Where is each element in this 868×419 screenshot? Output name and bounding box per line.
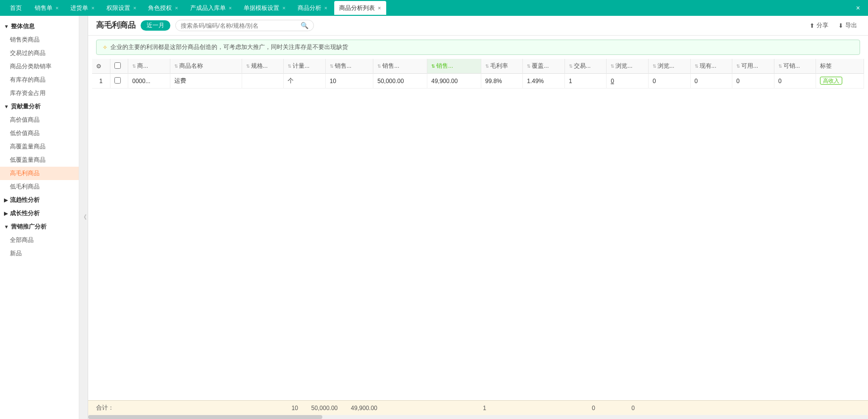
table-row: 1 0000... 运费 个 10 50,000.00 49,900.00 99… bbox=[92, 74, 864, 89]
footer-val2: 0 bbox=[599, 405, 639, 412]
search-input[interactable] bbox=[181, 22, 299, 29]
nav-tab-permissions[interactable]: 权限设置 × bbox=[102, 1, 141, 15]
footer-transactions: 1 bbox=[451, 405, 490, 412]
content-area: 高毛利商品 近一月 🔍 ⬆ 分享 ⬇ 导出 bbox=[88, 16, 868, 419]
settings-icon[interactable]: ⚙ bbox=[96, 63, 102, 70]
close-icon[interactable]: × bbox=[91, 5, 94, 11]
sidebar-item-stock-capital[interactable]: 库存资金占用 bbox=[0, 87, 79, 100]
close-icon[interactable]: × bbox=[324, 5, 327, 11]
row-code: 0000... bbox=[128, 74, 170, 89]
sidebar-item-low-margin[interactable]: 低毛利商品 bbox=[0, 180, 79, 193]
nav-tab-sales[interactable]: 销售单 × bbox=[30, 1, 63, 15]
col-browse1[interactable]: ⇅浏览... bbox=[607, 59, 649, 74]
close-icon[interactable]: × bbox=[55, 5, 58, 11]
chevron-right-icon: ▶ bbox=[4, 197, 8, 203]
row-sellable-stock: 0 bbox=[774, 74, 816, 89]
sidebar-item-category-rate[interactable]: 商品分类助销率 bbox=[0, 60, 79, 73]
browse1-link[interactable]: 0 bbox=[611, 78, 614, 85]
footer-padding1 bbox=[124, 405, 223, 412]
col-checkbox[interactable] bbox=[110, 59, 128, 74]
footer-sales-profit: 49,900.00 bbox=[342, 405, 381, 412]
sidebar-section-overall[interactable]: ▼ 整体信息 bbox=[0, 20, 79, 33]
header-actions: ⬆ 分享 ⬇ 导出 bbox=[807, 20, 860, 31]
sidebar-section-trend[interactable]: ▶ 流趋性分析 bbox=[0, 193, 79, 207]
row-tag: 高收入 bbox=[816, 74, 864, 89]
footer-padding3 bbox=[381, 405, 416, 412]
chevron-down-icon: ▼ bbox=[4, 224, 9, 230]
chevron-down-icon: ▼ bbox=[4, 24, 9, 29]
sidebar-item-new-goods[interactable]: 新品 bbox=[0, 247, 79, 260]
footer-cells: 10 50,000.00 49,900.00 1 0 0 bbox=[124, 405, 639, 412]
search-box[interactable]: 🔍 bbox=[175, 20, 314, 31]
sidebar-item-low-value[interactable]: 低价值商品 bbox=[0, 127, 79, 140]
sidebar-item-high-margin[interactable]: 高毛利商品 bbox=[0, 167, 79, 180]
close-icon[interactable]: × bbox=[175, 5, 178, 11]
horizontal-scrollbar[interactable] bbox=[88, 415, 868, 419]
row-select-checkbox[interactable] bbox=[114, 77, 121, 84]
share-icon: ⬆ bbox=[810, 22, 815, 29]
sidebar-section-marketing[interactable]: ▼ 营销推广分析 bbox=[0, 220, 79, 233]
col-sellable-stock[interactable]: ⇅可销... bbox=[774, 59, 816, 74]
col-current-stock[interactable]: ⇅现有... bbox=[690, 59, 732, 74]
sidebar-collapse-button[interactable]: 《 bbox=[79, 16, 88, 419]
filter-recent-month-button[interactable]: 近一月 bbox=[141, 20, 170, 31]
search-icon[interactable]: 🔍 bbox=[301, 22, 308, 29]
nav-tab-template[interactable]: 单据模板设置 × bbox=[239, 1, 290, 15]
sidebar-item-all-goods[interactable]: 全部商品 bbox=[0, 233, 79, 247]
row-spec bbox=[242, 74, 284, 89]
col-sales-qty[interactable]: ⇅销售... bbox=[325, 59, 373, 74]
nav-tab-analysis[interactable]: 商品分析 × bbox=[293, 1, 332, 15]
page-title: 高毛利商品 bbox=[96, 20, 136, 31]
close-icon[interactable]: × bbox=[229, 5, 232, 11]
export-button[interactable]: ⬇ 导出 bbox=[835, 20, 860, 31]
footer-sales-qty: 10 bbox=[262, 405, 302, 412]
close-icon[interactable]: × bbox=[133, 5, 136, 11]
info-banner: ✧ 企业的主要的利润都是这部分商品创造的，可考虑加大推广，同时关注库存是不要出现… bbox=[96, 40, 860, 55]
nav-tab-analysis-list[interactable]: 商品分析列表 × bbox=[334, 1, 386, 15]
col-tag[interactable]: 标签 bbox=[816, 59, 864, 74]
close-icon[interactable]: × bbox=[378, 5, 381, 11]
sidebar-item-low-coverage[interactable]: 低覆盖量商品 bbox=[0, 153, 79, 167]
col-sales-amount[interactable]: ⇅销售... bbox=[373, 59, 427, 74]
row-unit: 个 bbox=[284, 74, 326, 89]
row-checkbox[interactable] bbox=[110, 74, 128, 89]
chevron-right-icon: ▶ bbox=[4, 211, 8, 216]
data-table: ⚙ ⇅商... ⇅商品名称 ⇅规格... ⇅计量... ⇅销售... ⇅销售..… bbox=[92, 59, 864, 89]
scrollbar-thumb[interactable] bbox=[88, 415, 322, 419]
sidebar-item-high-coverage[interactable]: 高覆盖量商品 bbox=[0, 140, 79, 153]
col-browse2[interactable]: ⇅浏览... bbox=[648, 59, 690, 74]
window-close-button[interactable]: × bbox=[852, 4, 864, 12]
col-sales-profit[interactable]: ⇅销售... bbox=[427, 59, 481, 74]
col-transactions[interactable]: ⇅交易... bbox=[564, 59, 607, 74]
sidebar-section-contribution[interactable]: ▼ 贡献量分析 bbox=[0, 100, 79, 113]
sidebar-item-high-value[interactable]: 高价值商品 bbox=[0, 113, 79, 127]
col-name[interactable]: ⇅商品名称 bbox=[170, 59, 242, 74]
row-transactions: 1 bbox=[564, 74, 607, 89]
col-unit[interactable]: ⇅计量... bbox=[284, 59, 326, 74]
select-all-checkbox[interactable] bbox=[114, 62, 121, 69]
nav-home[interactable]: 首页 bbox=[4, 1, 28, 15]
tag-badge: 高收入 bbox=[820, 77, 842, 85]
sidebar-section-growth[interactable]: ▶ 成长性分析 bbox=[0, 207, 79, 220]
close-icon[interactable]: × bbox=[282, 5, 285, 11]
sidebar-item-traded-goods[interactable]: 交易过的商品 bbox=[0, 47, 79, 60]
nav-tab-purchase[interactable]: 进货单 × bbox=[65, 1, 99, 15]
sidebar-item-in-stock[interactable]: 有库存的商品 bbox=[0, 73, 79, 87]
share-button[interactable]: ⬆ 分享 bbox=[807, 20, 831, 31]
top-navigation: 首页 销售单 × 进货单 × 权限设置 × 角色授权 × 产成品入库单 × 单据… bbox=[0, 0, 868, 16]
col-settings[interactable]: ⚙ bbox=[92, 59, 110, 74]
row-browse1[interactable]: 0 bbox=[607, 74, 649, 89]
nav-tab-product-in[interactable]: 产成品入库单 × bbox=[185, 1, 237, 15]
col-spec[interactable]: ⇅规格... bbox=[242, 59, 284, 74]
col-margin-rate[interactable]: ⇅毛利率 bbox=[481, 59, 523, 74]
col-coverage[interactable]: ⇅覆盖... bbox=[523, 59, 565, 74]
col-code[interactable]: ⇅商... bbox=[128, 59, 170, 74]
data-table-container: ⚙ ⇅商... ⇅商品名称 ⇅规格... ⇅计量... ⇅销售... ⇅销售..… bbox=[88, 59, 868, 400]
footer-label: 合计： bbox=[96, 404, 114, 412]
row-name: 运费 bbox=[170, 74, 242, 89]
col-available-stock[interactable]: ⇅可用... bbox=[732, 59, 774, 74]
nav-tab-roles[interactable]: 角色授权 × bbox=[143, 1, 183, 15]
row-margin-rate: 99.8% bbox=[481, 74, 523, 89]
sidebar-item-sales-goods[interactable]: 销售类商品 bbox=[0, 33, 79, 47]
footer-val1: 0 bbox=[560, 405, 599, 412]
